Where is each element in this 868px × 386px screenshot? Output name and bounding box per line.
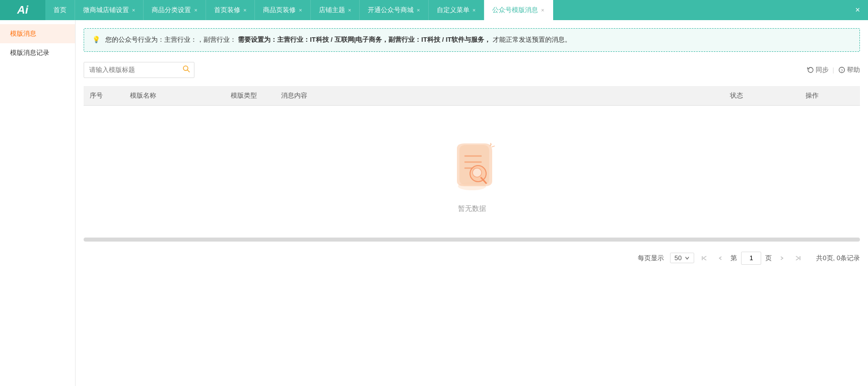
sync-button[interactable]: 同步 <box>807 65 829 74</box>
content-area: 💡 您的公众号行业为：主营行业：，副营行业： 需要设置为：主营行业：IT科技 /… <box>76 20 868 386</box>
empty-text: 暂无数据 <box>458 204 486 213</box>
tab-micro-store[interactable]: 微商城店铺设置 × <box>75 0 144 20</box>
page-label-before: 第 <box>730 254 737 263</box>
notice-banner: 💡 您的公众号行业为：主营行业：，副营行业： 需要设置为：主营行业：IT科技 /… <box>84 28 860 52</box>
sidebar-item-template-record[interactable]: 模版消息记录 <box>0 43 75 62</box>
tab-theme[interactable]: 店铺主题 × <box>311 0 360 20</box>
sync-label: 同步 <box>816 65 829 74</box>
notice-prefix: 您的公众号行业为：主营行业：，副营行业： <box>105 36 236 43</box>
total-info: 共0页, 0条记录 <box>816 254 860 263</box>
refresh-icon <box>807 66 814 73</box>
sidebar: 模版消息模版消息记录 <box>0 20 76 386</box>
empty-icon <box>442 136 502 196</box>
col-header-content: 消息内容 <box>275 86 724 106</box>
pagination: 每页显示 50 第 页 <box>84 246 860 271</box>
last-page-button[interactable] <box>792 252 804 264</box>
next-page-button[interactable] <box>776 252 788 264</box>
col-header-action: 操作 <box>799 86 860 106</box>
main-layout: 模版消息模版消息记录 💡 您的公众号行业为：主营行业：，副营行业： 需要设置为：… <box>0 20 868 386</box>
search-bar: 同步 | ? 帮助 <box>84 62 860 78</box>
tab-close-icon[interactable]: × <box>473 7 476 13</box>
tab-home[interactable]: 首页 <box>45 0 75 20</box>
search-button[interactable] <box>182 65 190 75</box>
tab-close-icon[interactable]: × <box>417 7 420 13</box>
tab-close-icon[interactable]: × <box>299 7 302 13</box>
col-header-status: 状态 <box>724 86 799 106</box>
app-logo: Ai <box>0 0 45 20</box>
notice-suffix: 才能正常发送预置的消息。 <box>493 36 571 43</box>
tab-close-icon[interactable]: × <box>194 7 197 13</box>
divider: | <box>833 66 834 73</box>
prev-page-button[interactable] <box>714 252 726 264</box>
help-button[interactable]: ? 帮助 <box>838 65 860 74</box>
tab-custom-menu[interactable]: 自定义菜单 × <box>429 0 484 20</box>
tab-template-msg[interactable]: 公众号模版消息 × <box>484 0 553 20</box>
per-page-label: 每页显示 <box>638 254 664 263</box>
col-header-name: 模版名称 <box>124 86 225 106</box>
notice-icon: 💡 <box>92 36 100 43</box>
scrollbar[interactable] <box>84 238 860 242</box>
svg-point-9 <box>473 168 482 177</box>
toolbar-right: 同步 | ? 帮助 <box>807 65 860 74</box>
first-page-button[interactable] <box>698 252 710 264</box>
tab-open-mall[interactable]: 开通公众号商城 × <box>360 0 428 20</box>
tab-close-icon[interactable]: × <box>132 7 135 13</box>
top-nav: 首页微商城店铺设置 ×商品分类设置 ×首页装修 ×商品页装修 ×店铺主题 ×开通… <box>45 0 868 20</box>
tab-close-icon[interactable]: × <box>243 7 246 13</box>
col-header-type: 模版类型 <box>225 86 275 106</box>
help-icon: ? <box>838 66 845 73</box>
svg-line-1 <box>187 70 189 72</box>
tab-home-decor[interactable]: 首页装修 × <box>206 0 255 20</box>
notice-highlight: 需要设置为：主营行业：IT科技 / 互联网|电子商务，副营行业：IT科技 / I… <box>238 36 491 43</box>
tab-close-icon[interactable]: × <box>541 7 544 13</box>
tab-close-icon[interactable]: × <box>348 7 351 13</box>
tab-product-decor[interactable]: 商品页装修 × <box>255 0 310 20</box>
per-page-value: 50 <box>675 254 682 262</box>
close-all-button[interactable]: × <box>847 6 868 15</box>
svg-line-13 <box>492 146 495 147</box>
help-label: 帮助 <box>847 65 860 74</box>
page-label-after: 页 <box>765 254 772 263</box>
empty-state: 暂无数据 <box>84 106 860 234</box>
search-input-wrap <box>84 62 194 78</box>
tab-category[interactable]: 商品分类设置 × <box>144 0 206 20</box>
col-header-index: 序号 <box>84 86 124 106</box>
table-header: 序号模版名称模版类型消息内容状态操作 <box>84 86 860 106</box>
search-input[interactable] <box>84 62 194 78</box>
per-page-select[interactable]: 50 <box>670 253 694 263</box>
data-table: 序号模版名称模版类型消息内容状态操作 <box>84 86 860 106</box>
chevron-down-icon <box>685 256 690 261</box>
svg-text:?: ? <box>841 68 843 73</box>
sidebar-item-template-msg[interactable]: 模版消息 <box>0 24 75 43</box>
page-input[interactable] <box>741 252 761 265</box>
